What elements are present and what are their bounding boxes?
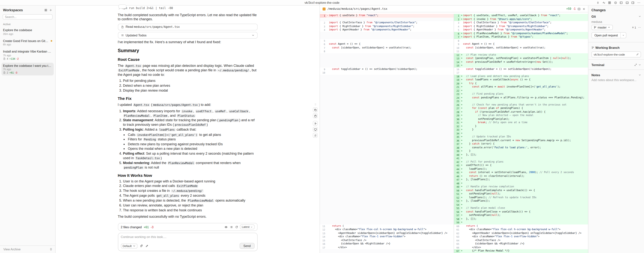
assistant-paragraph: The build completed successfully with no… — [118, 214, 258, 219]
close-diff-icon[interactable] — [582, 7, 586, 10]
attach-icon[interactable] — [140, 244, 143, 248]
diff-row: 27+ for (const plan of pendingPlans) { — [320, 106, 588, 110]
clipboard-icon[interactable] — [313, 113, 318, 118]
diff-row: 39+ } — [320, 150, 588, 153]
window-title: vk/3ccf-explore-the-code — [304, 1, 340, 4]
tool-call-box[interactable]: Updated Todos — [118, 32, 258, 39]
grip-icon — [313, 102, 318, 106]
files-changed-label: 2 files changed — [121, 225, 142, 229]
diff-row: 45+ const interval = setInterval(loadPla… — [320, 171, 588, 174]
workspace-item[interactable]: Create Good First Issues on Github So ..… — [2, 38, 54, 47]
panel-right-icon[interactable] — [631, 1, 634, 4]
latest-dropdown[interactable]: Latest — [240, 224, 254, 229]
titlebar-icons — [596, 0, 640, 5]
view-archive-link[interactable]: View Archive — [4, 248, 50, 251]
chevron-down-icon — [250, 226, 252, 228]
edit-icon[interactable] — [636, 53, 639, 56]
status-bar-icons — [224, 226, 238, 228]
list-item: State management: Added state for tracki… — [123, 118, 258, 128]
titlebar: vk/3ccf-explore-the-code — [0, 0, 644, 6]
workspace-time: 7h ago — [3, 68, 52, 70]
git-section-header[interactable]: Git — [592, 13, 641, 19]
new-workspace-icon[interactable] — [49, 9, 52, 12]
diff-row: 1017 — [320, 71, 588, 74]
diff-row: 1-import { useState } from "react";1+imp… — [320, 14, 588, 18]
workspace-search[interactable] — [3, 14, 52, 20]
panel-left-icon[interactable] — [620, 1, 623, 4]
main-layout: Workspaces Active Explore the codebase35… — [0, 6, 644, 253]
more-icon[interactable] — [637, 1, 640, 4]
todos-icon — [121, 34, 124, 37]
activity-icon[interactable] — [602, 1, 605, 4]
split-view-icon[interactable] — [578, 7, 580, 10]
workspace-item[interactable]: Explore the codebase35m ago — [2, 27, 54, 36]
composer-placeholder[interactable]: Continue working on this task.... — [121, 235, 254, 240]
grid-icon[interactable] — [608, 1, 611, 4]
list-icon[interactable] — [230, 226, 233, 228]
pause-icon[interactable] — [596, 1, 600, 4]
composer[interactable]: Continue working on this task.... Defaul… — [118, 233, 258, 251]
notes-section-header[interactable]: Notes — [592, 72, 641, 78]
workspace-item[interactable]: Explore the codebase I want you to ex...… — [2, 62, 54, 76]
expand-icon[interactable] — [634, 64, 637, 66]
copy-icon[interactable] — [313, 107, 318, 112]
open-pr-button[interactable]: Open pull request — [592, 32, 626, 38]
notes-placeholder[interactable]: Add notes about this workspace... — [592, 78, 641, 82]
diff-row: 49+ // Handle plan review completion — [320, 185, 588, 188]
play-icon[interactable] — [313, 121, 318, 126]
diff-row: 2import { ChatInterface } from "@/compon… — [320, 21, 588, 24]
workspace-item[interactable]: Install and integrate Vibe Kanban Web...… — [2, 48, 54, 61]
app-window: vk/3ccf-explore-the-code Workspaces Acti… — [0, 0, 644, 253]
compare-icon[interactable] — [313, 133, 318, 138]
working-branch-input[interactable]: vk/3ccf-explore-the-code — [592, 52, 641, 58]
list-item: Polling effect: Set up a polling interva… — [123, 152, 258, 161]
diff-row: 2+import { invoke } from "@tauri-apps/ap… — [320, 18, 588, 21]
diff-row: 20+ try { — [320, 82, 588, 85]
file-icon — [121, 26, 124, 28]
section-heading: Root Cause — [118, 57, 258, 62]
divider — [588, 59, 644, 60]
assistant-paragraph: I updated Agent.tsx (medusa/src/pages/Ag… — [118, 103, 258, 108]
diff-row: 28+ if (!previousPlanIdsRef.current.has(… — [320, 110, 588, 114]
layout-icon[interactable] — [44, 9, 47, 12]
arrow-up-icon — [632, 26, 634, 29]
tool-call-box[interactable]: Read medusa/src/pages/Agent.tsx — [118, 24, 258, 30]
mode-dropdown[interactable]: Default — [121, 244, 138, 248]
active-section-label: Active — [3, 22, 52, 26]
diff-stats: +59 -1 — [566, 7, 586, 10]
search-input[interactable] — [5, 15, 50, 18]
divider — [588, 42, 644, 42]
send-button[interactable]: Send — [240, 243, 254, 249]
diff-row: 43+ useEffect(() => { — [320, 164, 588, 167]
more-actions-icon[interactable] — [638, 26, 641, 29]
clipped-tool-box — [118, 4, 126, 9]
diff-row: 59+ — [320, 221, 588, 224]
diff-header: /medusa/medusa/src/pages/Agent.tsx +59 -… — [320, 6, 588, 12]
assistant-paragraph: I've implemented the fix. Here's a summa… — [118, 40, 258, 45]
diff-row: 12 <div className="flex flex-col h-scree… — [320, 228, 588, 232]
branch-selector[interactable]: master — [592, 25, 613, 30]
diff-row: 25+ — [320, 100, 588, 103]
bash-command-row[interactable]: npm run build 2>&1 | tail -80 — [118, 6, 258, 10]
eye-icon[interactable] — [224, 226, 228, 228]
diff-row: 23+ // Find pending plans — [320, 92, 588, 96]
chevron-down-icon — [608, 26, 610, 29]
diff-row: 19+ const loadPlans = useCallback(async … — [320, 78, 588, 82]
chevron-down-icon — [132, 244, 136, 248]
chat-scroll-area[interactable]: npm run build 2>&1 | tail -80The build c… — [56, 6, 320, 221]
diff-row: 36+ previousPlanIdsRef.current = new Set… — [320, 139, 588, 142]
record-icon[interactable] — [614, 1, 617, 4]
workspace-title: Explore the codebase — [3, 28, 52, 32]
pen-icon[interactable] — [145, 244, 148, 248]
terminal-section-header[interactable]: Terminal — [592, 62, 641, 68]
diff-body[interactable]: 1-import { useState } from "react";1+imp… — [320, 12, 588, 253]
list-item: Claude enters plan mode and calls ExitPl… — [123, 184, 258, 188]
monitor-icon[interactable] — [313, 127, 318, 132]
diff-row: 12+ // Plan review state — [320, 53, 588, 57]
working-branch-header: Working Branch — [592, 44, 641, 50]
list-item: The response is written back and the hoo… — [123, 208, 258, 213]
refresh-icon[interactable] — [235, 226, 238, 228]
panel-bottom-icon[interactable] — [626, 1, 628, 4]
chat-transcript: npm run build 2>&1 | tail -80The build c… — [118, 6, 258, 221]
diff-row: 29+ // New plan detected — open the moda… — [320, 114, 588, 117]
